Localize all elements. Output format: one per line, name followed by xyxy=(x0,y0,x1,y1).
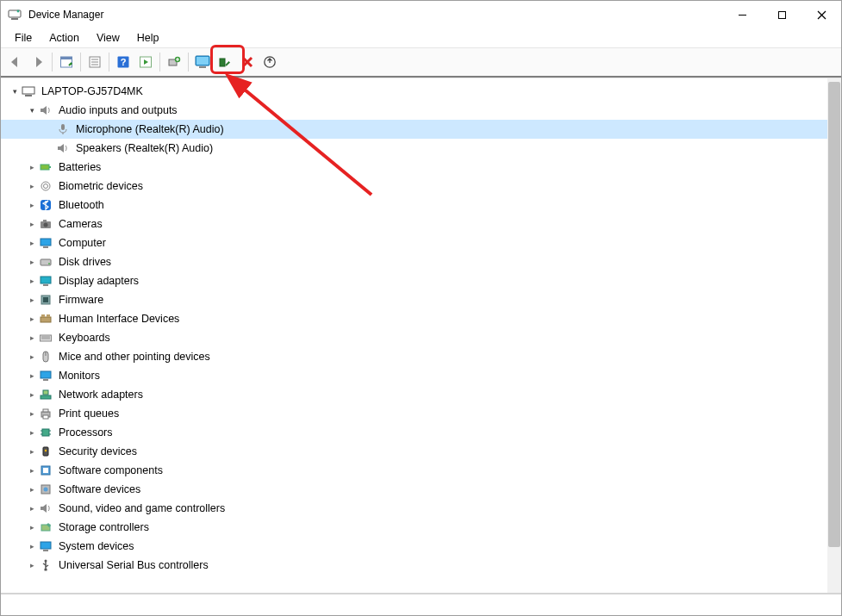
tree-category-node[interactable]: ▸Keyboards xyxy=(1,328,827,347)
toolbar-media-button[interactable] xyxy=(135,52,156,72)
tree-category-node[interactable]: ▸Mice and other pointing devices xyxy=(1,347,827,366)
software-device-icon xyxy=(39,482,53,496)
svg-rect-53 xyxy=(41,371,51,378)
tree-category-node[interactable]: ▸System devices xyxy=(1,537,827,556)
tree-category-node[interactable]: ▸Processors xyxy=(1,423,827,442)
chevron-right-icon[interactable]: ▸ xyxy=(25,160,39,174)
tree-node-label: Network adapters xyxy=(56,385,146,404)
tree-category-node[interactable]: ▸Sound, video and game controllers xyxy=(1,499,827,518)
svg-rect-1 xyxy=(11,18,18,20)
chevron-right-icon[interactable]: ▸ xyxy=(25,217,39,231)
close-button[interactable] xyxy=(801,1,841,28)
speaker-icon xyxy=(56,141,70,155)
chevron-right-icon[interactable]: ▸ xyxy=(25,293,39,307)
vertical-scrollbar[interactable] xyxy=(827,78,841,593)
tree-node-label: Mice and other pointing devices xyxy=(56,347,213,366)
tree-category-node[interactable]: ▸Computer xyxy=(1,233,827,252)
tree-category-node[interactable]: ▸Security devices xyxy=(1,442,827,461)
svg-rect-8 xyxy=(61,57,72,59)
chevron-right-icon[interactable]: ▸ xyxy=(25,350,39,364)
minimize-button[interactable] xyxy=(722,1,762,28)
toolbar-forward-button[interactable] xyxy=(28,52,48,72)
tree-node-label: Storage controllers xyxy=(56,518,152,537)
menu-action[interactable]: Action xyxy=(41,30,88,46)
menu-help[interactable]: Help xyxy=(128,30,168,46)
chevron-down-icon[interactable]: ▾ xyxy=(25,103,39,117)
svg-rect-44 xyxy=(43,297,48,302)
chevron-right-icon[interactable]: ▸ xyxy=(25,312,39,326)
tree-category-node[interactable]: ▸Print queues xyxy=(1,404,827,423)
chevron-right-icon[interactable]: ▸ xyxy=(25,255,39,269)
svg-rect-30 xyxy=(49,166,51,168)
tree-category-node[interactable]: ▸Software devices xyxy=(1,480,827,499)
bluetooth-icon xyxy=(39,198,53,212)
chevron-right-icon[interactable]: ▸ xyxy=(25,198,39,212)
chevron-right-icon[interactable]: ▸ xyxy=(25,331,39,345)
chevron-right-icon[interactable]: ▸ xyxy=(25,179,39,193)
svg-rect-20 xyxy=(199,66,206,68)
toolbar-properties-button[interactable] xyxy=(84,52,105,72)
tree-node-label: Firmware xyxy=(56,290,106,309)
toolbar-show-hide-tree-button[interactable] xyxy=(56,52,77,72)
monitor-icon xyxy=(39,236,53,250)
chevron-right-icon[interactable]: ▸ xyxy=(25,464,39,477)
tree-node-label: Keyboards xyxy=(56,328,113,347)
toolbar-uninstall-device-button[interactable] xyxy=(259,52,280,72)
toolbar-separator xyxy=(109,53,109,72)
device-tree[interactable]: ▾ LAPTOP-GJ57D4MK ▾ Audio inputs and out… xyxy=(1,78,827,593)
tree-category-audio[interactable]: ▾ Audio inputs and outputs xyxy=(1,101,827,120)
battery-icon xyxy=(39,160,53,174)
tree-category-node[interactable]: ▸Human Interface Devices xyxy=(1,309,827,328)
svg-rect-56 xyxy=(43,390,48,395)
chevron-right-icon[interactable]: ▸ xyxy=(25,482,39,496)
svg-rect-46 xyxy=(41,314,45,317)
tree-node-label: Biometric devices xyxy=(56,177,146,196)
chevron-right-icon[interactable]: ▸ xyxy=(25,236,39,250)
svg-rect-25 xyxy=(22,87,34,94)
menu-view[interactable]: View xyxy=(88,30,128,46)
tree-category-node[interactable]: ▸Bluetooth xyxy=(1,196,827,215)
content-area: ▾ LAPTOP-GJ57D4MK ▾ Audio inputs and out… xyxy=(1,78,841,594)
chevron-right-icon[interactable]: ▸ xyxy=(25,407,39,420)
tree-category-node[interactable]: ▸Storage controllers xyxy=(1,518,827,537)
computer-root-icon xyxy=(22,84,35,98)
tree-device-speakers[interactable]: Speakers (Realtek(R) Audio) xyxy=(1,139,827,158)
chevron-right-icon[interactable]: ▸ xyxy=(25,558,39,572)
tree-device-microphone[interactable]: Microphone (Realtek(R) Audio) xyxy=(1,120,827,139)
toolbar-update-driver-button[interactable] xyxy=(164,52,184,72)
tree-category-node[interactable]: ▸Firmware xyxy=(1,290,827,309)
tree-category-node[interactable]: ▸Display adapters xyxy=(1,271,827,290)
security-icon xyxy=(39,445,53,458)
tree-category-node[interactable]: ▸Disk drives xyxy=(1,252,827,271)
chevron-right-icon[interactable]: ▸ xyxy=(25,426,39,439)
tree-node-label: Processors xyxy=(56,423,115,442)
chevron-right-icon[interactable]: ▸ xyxy=(25,445,39,458)
chevron-right-icon[interactable]: ▸ xyxy=(25,369,39,383)
menu-file[interactable]: File xyxy=(6,30,41,46)
tree-root-node[interactable]: ▾ LAPTOP-GJ57D4MK xyxy=(1,82,827,101)
tree-category-node[interactable]: ▸Biometric devices xyxy=(1,177,827,196)
chevron-right-icon[interactable]: ▸ xyxy=(25,539,39,553)
chevron-right-icon[interactable]: ▸ xyxy=(25,274,39,288)
tree-category-node[interactable]: ▸Cameras xyxy=(1,215,827,233)
chevron-down-icon[interactable]: ▾ xyxy=(8,84,22,98)
tree-category-node[interactable]: ▸Batteries xyxy=(1,158,827,177)
toolbar-help-button[interactable]: ? xyxy=(113,52,134,72)
chevron-right-icon[interactable]: ▸ xyxy=(25,501,39,515)
tree-category-node[interactable]: ▸Network adapters xyxy=(1,385,827,404)
svg-rect-36 xyxy=(43,220,47,221)
svg-rect-4 xyxy=(778,11,785,18)
chevron-right-icon[interactable]: ▸ xyxy=(25,520,39,534)
chevron-right-icon[interactable]: ▸ xyxy=(25,388,39,401)
tree-category-node[interactable]: ▸Monitors xyxy=(1,366,827,385)
tree-node-label: Cameras xyxy=(56,215,105,233)
toolbar-separator xyxy=(52,53,53,72)
svg-rect-19 xyxy=(196,57,209,65)
tree-category-node[interactable]: ▸Universal Serial Bus controllers xyxy=(1,556,827,575)
maximize-button[interactable] xyxy=(762,1,801,28)
tree-node-label: Disk drives xyxy=(56,252,114,271)
toolbar-back-button[interactable] xyxy=(5,52,26,72)
tree-node-label: Speakers (Realtek(R) Audio) xyxy=(73,139,215,158)
svg-rect-59 xyxy=(43,415,48,419)
tree-category-node[interactable]: ▸Software components xyxy=(1,461,827,480)
